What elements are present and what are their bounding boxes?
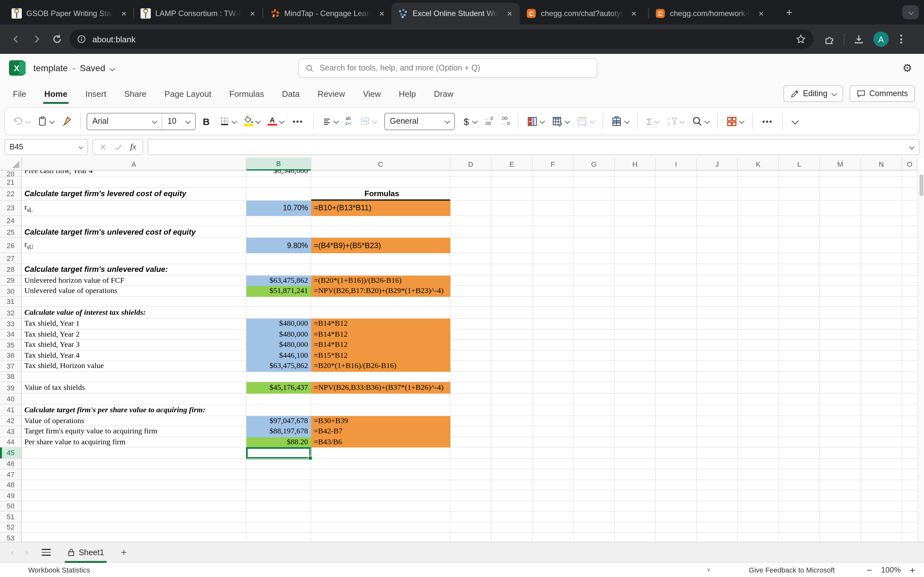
cells-D-O-27[interactable] [451,253,918,264]
cell-C46[interactable] [311,459,451,469]
cell-C52[interactable] [311,522,451,533]
cell-C27[interactable] [311,253,451,264]
alignment-button[interactable] [319,114,341,129]
insert-cells-button[interactable] [609,113,632,129]
cell-B26[interactable]: 9.80% [246,238,311,253]
cell-B52[interactable] [246,522,311,533]
sheet-tab-sheet1[interactable]: Sheet1 [59,542,111,562]
menu-file[interactable]: File [9,82,35,105]
cell-A46[interactable] [22,459,246,469]
row-header-40[interactable]: 40 [0,394,22,404]
column-header-B[interactable]: B [246,158,311,171]
cells-D-O-25[interactable] [451,226,918,238]
cell-C45[interactable] [311,448,451,459]
settings-gear-icon[interactable]: ⚙ [900,60,915,76]
cell-A31[interactable] [22,297,246,307]
apps-button[interactable] [724,113,746,129]
cell-C24[interactable] [311,216,451,226]
cell-A22[interactable]: Calculate target firm's levered cost of … [22,187,246,200]
cell-B27[interactable] [246,253,311,264]
cell-C36[interactable]: =B15*B12 [311,350,451,361]
cell-B31[interactable] [246,297,311,307]
row-header-20[interactable]: 20 [0,171,22,177]
cell-C33[interactable]: =B14*B12 [311,319,451,329]
cell-A26[interactable]: rsU [22,238,246,253]
cell-A30[interactable]: Unlevered value of operations [22,286,246,297]
row-header-33[interactable]: 33 [0,319,22,329]
cell-B24[interactable] [246,216,311,226]
cell-A52[interactable] [22,522,246,533]
row-header-37[interactable]: 37 [0,361,22,372]
cell-A43[interactable]: Target firm's equity value to acquiring … [22,426,246,437]
cell-B53[interactable] [246,533,311,542]
cells-D-O-49[interactable] [451,490,918,501]
cell-B36[interactable]: $446,100 [246,350,311,361]
row-header-32[interactable]: 32 [0,307,22,319]
row-header-34[interactable]: 34 [0,329,22,340]
sheet-list-icon[interactable] [35,549,57,556]
column-header-F[interactable]: F [533,158,573,171]
cell-C28[interactable] [311,264,451,276]
cell-C47[interactable] [311,469,451,480]
cells-D-O-24[interactable] [451,216,918,226]
conditional-formatting-button[interactable] [525,113,547,129]
increase-decimal-button[interactable]: .00→.0 [498,113,512,129]
cell-C50[interactable] [311,501,451,512]
row-header-52[interactable]: 52 [0,522,22,533]
row-header-51[interactable]: 51 [0,512,22,522]
cell-C43[interactable]: =B42-B7 [311,426,451,437]
cell-A38[interactable] [22,372,246,382]
cell-B46[interactable] [246,459,311,469]
enter-check-icon[interactable] [114,143,123,151]
column-header-A[interactable]: A [22,158,246,171]
cells-D-O-35[interactable] [451,340,918,350]
column-header-K[interactable]: K [738,158,779,171]
wrap-text-button[interactable]: abc↵ [343,113,355,129]
cells-D-O-53[interactable] [451,533,918,542]
cell-A27[interactable] [22,253,246,264]
row-header-36[interactable]: 36 [0,350,22,361]
cell-C37[interactable]: =B20*(1+B16)/(B26-B16) [311,361,451,372]
cells-D-O-40[interactable] [451,394,918,404]
cell-B20[interactable]: $6,546,000 [246,171,311,177]
cell-B50[interactable] [246,501,311,512]
menu-page-layout[interactable]: Page Layout [156,82,220,105]
cell-C38[interactable] [311,372,451,382]
column-header-C[interactable]: C [311,158,451,171]
row-header-25[interactable]: 25 [0,226,22,238]
format-painter-button[interactable] [59,113,74,129]
menu-share[interactable]: Share [115,82,155,105]
cell-A51[interactable] [22,512,246,522]
row-header-24[interactable]: 24 [0,216,22,226]
cell-A23[interactable]: rsL [22,200,246,216]
cells-D-O-51[interactable] [451,512,918,522]
cell-C30[interactable]: =NPV(B26,B17:B20)+(B29*(1+B23)^-4) [311,286,451,297]
cell-B30[interactable]: $51,871,241 [246,286,311,297]
row-header-47[interactable]: 47 [0,469,22,480]
cells-D-O-41[interactable] [451,404,918,416]
row-header-27[interactable]: 27 [0,253,22,264]
cell-C48[interactable] [311,480,451,490]
row-header-30[interactable]: 30 [0,286,22,297]
app-search-input[interactable]: Search for tools, help, and more (Option… [298,58,598,77]
column-header-I[interactable]: I [656,158,697,171]
cell-B44[interactable]: $88.20 [246,437,311,448]
row-header-42[interactable]: 42 [0,416,22,426]
cell-A53[interactable] [22,533,246,542]
ribbon-collapse-button[interactable] [790,116,800,126]
browser-tab-3[interactable]: MindTap - Cengage Learn× [263,3,391,24]
menu-help[interactable]: Help [390,82,425,105]
row-header-49[interactable]: 49 [0,490,22,501]
cell-B33[interactable]: $480,000 [246,319,311,329]
cells-D-O-36[interactable] [451,350,918,361]
document-title[interactable]: template - Saved [33,63,114,73]
menu-review[interactable]: Review [309,82,354,105]
currency-format-button[interactable]: $ [460,113,479,129]
add-sheet-icon[interactable]: + [115,546,134,558]
site-info-icon[interactable] [77,35,86,44]
new-tab-button[interactable]: + [782,6,796,19]
cell-C23[interactable]: =B10+(B13*B11) [311,200,451,216]
cell-C34[interactable]: =B14*B12 [311,329,451,340]
column-header-G[interactable]: G [573,158,615,171]
row-header-26[interactable]: 26 [0,238,22,253]
